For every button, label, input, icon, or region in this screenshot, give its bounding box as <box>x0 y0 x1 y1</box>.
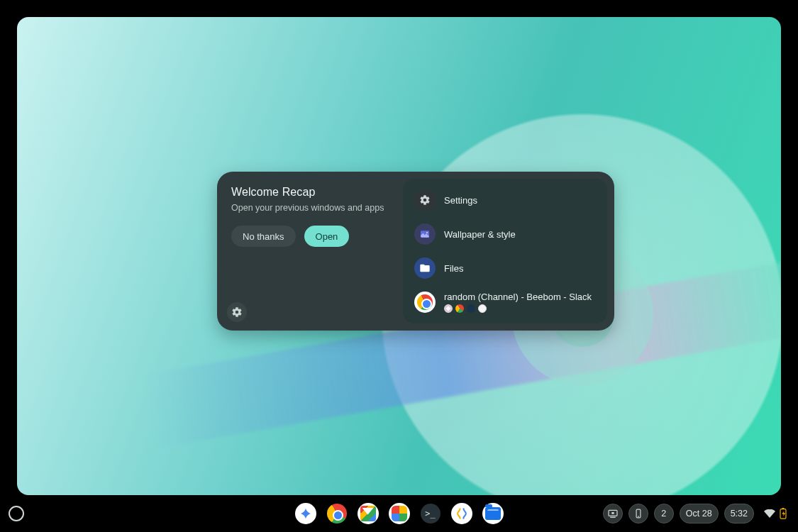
launcher-button[interactable] <box>9 506 24 521</box>
status-date: Oct 28 <box>686 509 712 519</box>
favicon-icon <box>478 304 487 313</box>
favicon-icon <box>455 304 464 313</box>
welcome-recap-subtitle: Open your previous windows and apps <box>231 203 390 213</box>
gemini-icon <box>299 507 312 520</box>
chrome-icon <box>327 504 347 523</box>
battery-icon <box>780 508 787 519</box>
wifi-icon <box>764 509 775 518</box>
tab-favicons <box>444 304 592 313</box>
shelf-app-idx[interactable] <box>451 503 472 524</box>
quick-settings-button[interactable] <box>760 508 791 519</box>
shelf: >_ 2 Oct 28 5:32 <box>0 495 798 532</box>
notification-count: 2 <box>661 509 666 519</box>
shelf-app-photos[interactable] <box>389 503 410 524</box>
recap-app-label: random (Channel) - Beebom - Slack <box>444 292 592 302</box>
status-area: 2 Oct 28 5:32 <box>603 504 791 523</box>
shelf-pinned-apps: >_ <box>295 503 504 524</box>
idx-icon <box>455 506 469 521</box>
settings-icon <box>414 189 436 211</box>
recap-app-wallpaper[interactable]: Wallpaper & style <box>411 219 599 249</box>
open-button[interactable]: Open <box>304 226 350 247</box>
recap-app-files[interactable]: Files <box>411 253 599 283</box>
shelf-app-files[interactable] <box>482 503 504 524</box>
wallpaper-icon <box>414 223 436 245</box>
no-thanks-button[interactable]: No thanks <box>231 226 296 247</box>
gmail-icon <box>360 506 376 521</box>
phone-hub-button[interactable] <box>628 504 648 523</box>
notifications-button[interactable]: 2 <box>654 504 674 523</box>
chrome-icon <box>414 292 436 313</box>
files-icon <box>414 257 436 279</box>
svg-rect-3 <box>611 512 614 514</box>
favicon-icon <box>444 304 453 313</box>
shelf-app-chrome[interactable] <box>326 503 348 524</box>
welcome-recap-card: Welcome Recap Open your previous windows… <box>217 172 614 331</box>
shelf-app-gemini[interactable] <box>295 503 316 524</box>
time-pill[interactable]: 5:32 <box>724 504 754 523</box>
recap-app-chrome-window[interactable]: random (Channel) - Beebom - Slack <box>411 287 599 317</box>
gear-icon <box>231 306 243 318</box>
cast-button[interactable] <box>603 504 623 523</box>
recap-app-label: Files <box>444 263 463 274</box>
cast-icon <box>607 508 619 519</box>
recap-app-label: Settings <box>444 195 477 206</box>
shelf-app-gmail[interactable] <box>358 503 379 524</box>
welcome-recap-left: Welcome Recap Open your previous windows… <box>217 172 403 331</box>
favicon-icon <box>467 304 475 313</box>
welcome-recap-actions: No thanks Open <box>231 226 390 247</box>
svg-point-1 <box>426 232 428 233</box>
files-icon <box>485 507 501 520</box>
recap-app-settings[interactable]: Settings <box>411 185 599 215</box>
terminal-icon: >_ <box>421 504 440 523</box>
welcome-recap-app-list: Settings Wallpaper & style Files <box>403 179 607 323</box>
status-time: 5:32 <box>731 509 748 519</box>
shelf-app-terminal[interactable]: >_ <box>420 503 441 524</box>
recap-app-label: Wallpaper & style <box>444 229 516 240</box>
welcome-recap-title: Welcome Recap <box>231 186 390 199</box>
recap-app-chrome-info: random (Channel) - Beebom - Slack <box>444 292 592 313</box>
desktop[interactable]: Welcome Recap Open your previous windows… <box>17 17 781 495</box>
svg-rect-7 <box>782 508 784 509</box>
phone-icon <box>633 508 643 519</box>
date-pill[interactable]: Oct 28 <box>680 504 719 523</box>
recap-settings-button[interactable] <box>227 302 247 322</box>
photos-icon <box>392 506 407 521</box>
